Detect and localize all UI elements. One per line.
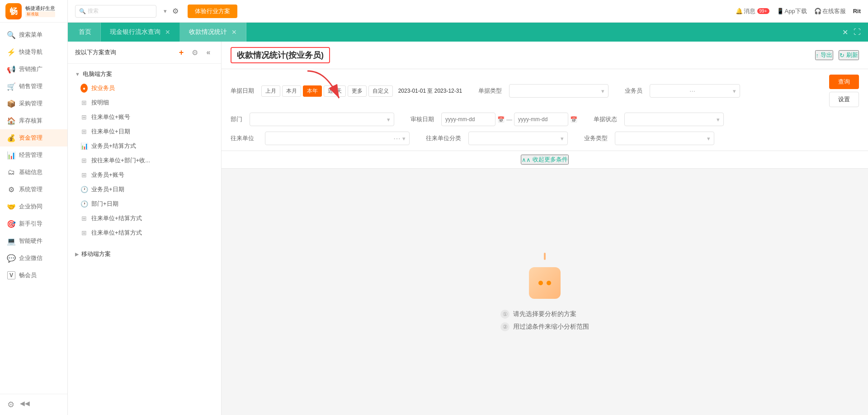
desktop-arrow-icon: ▼	[75, 71, 80, 77]
tab-bank[interactable]: 现金银行流水查询 ✕	[101, 23, 180, 42]
step-2-num: ②	[500, 322, 509, 331]
sidebar-item-hardware[interactable]: 💻 智能硬件	[0, 232, 67, 250]
partner-select[interactable]: ⋯ ▾	[265, 132, 410, 145]
filter-row-1: 单据日期 上月 本月 本年 近7天 更多 自定义 2023-01-01 至 20…	[231, 75, 859, 107]
sidebar-item-operations[interactable]: 📊 经营管理	[0, 146, 67, 164]
partner-settlement1-icon: ⊞	[80, 215, 88, 222]
system-icon: ⚙	[7, 185, 15, 193]
step-1-num: ①	[500, 310, 509, 319]
panel-item-by-detail[interactable]: ⊞ 按明细	[68, 95, 221, 110]
collapse-btn[interactable]: ∧∧ 收起更多条件	[521, 155, 569, 165]
panel-item-salesperson-date[interactable]: 🕐 业务员+日期	[68, 182, 221, 197]
partner-category-select[interactable]: ▾	[468, 132, 568, 145]
online-service[interactable]: 🎧 在线客服	[814, 7, 846, 15]
date-btn-more[interactable]: 更多	[348, 85, 367, 97]
date-btn-group: 上月 本月 本年 近7天 更多 自定义 2023-01-01 至 2023-12…	[261, 85, 462, 97]
member-icon: V	[7, 271, 15, 279]
left-panel-actions: + ⚙ «	[176, 47, 214, 58]
topbar-gear-icon[interactable]: ⚙	[172, 7, 179, 15]
partner-dots-icon[interactable]: ⋯	[393, 134, 401, 143]
sidebar-footer: ⚙ ◀◀	[0, 394, 67, 415]
user-name[interactable]: Rit	[853, 8, 861, 14]
panel-collapse-btn[interactable]: «	[203, 47, 214, 58]
audit-date-to-input[interactable]	[514, 113, 568, 126]
quicknav-icon: ⚡	[7, 48, 15, 56]
app-download[interactable]: 📱 App下载	[777, 7, 807, 15]
panel-item-partner-account[interactable]: ⊞ 往来单位+账号	[68, 110, 221, 124]
panel-mobile-section: ▶ 移动端方案	[68, 244, 221, 264]
date-label: 单据日期	[231, 87, 254, 95]
sidebar-item-basic[interactable]: 🗂 基础信息	[0, 164, 67, 181]
panel-item-salesperson-account[interactable]: ⊞ 业务员+账号	[68, 168, 221, 182]
tab-bank-close[interactable]: ✕	[165, 28, 170, 36]
add-scheme-btn[interactable]: +	[176, 47, 187, 58]
sidebar-item-purchase[interactable]: 📦 采购管理	[0, 95, 67, 112]
left-panel-title: 按以下方案查询	[75, 48, 116, 57]
sidebar-item-marketing[interactable]: 📢 营销推广	[0, 61, 67, 78]
panel-desktop-toggle[interactable]: ▼ 电脑端方案	[68, 67, 221, 81]
sidebar-item-system[interactable]: ⚙ 系统管理	[0, 181, 67, 198]
empty-illustration	[529, 253, 561, 299]
panel-item-salesperson-settlement[interactable]: 📊 业务员+结算方式	[68, 139, 221, 153]
dept-select[interactable]: ▾	[250, 113, 394, 126]
refresh-btn[interactable]: ↻ 刷新	[839, 50, 859, 60]
panel-item-partner-settlement1[interactable]: ⊞ 往来单位+结算方式	[68, 211, 221, 226]
panel-item-partner-settlement2[interactable]: ⊞ 往来单位+结算方式	[68, 226, 221, 240]
tab-receipts[interactable]: 收款情况统计 ✕	[180, 23, 246, 42]
salesperson-settlement-icon: 📊	[80, 142, 88, 150]
scheme-settings-btn[interactable]: ⚙	[189, 47, 200, 58]
date-btn-this-month[interactable]: 本月	[282, 85, 301, 97]
date-btn-this-year[interactable]: 本年	[303, 85, 322, 97]
business-type-select[interactable]: ▾	[615, 132, 714, 145]
audit-date-from-cal-icon[interactable]: 📅	[497, 116, 505, 123]
panel-item-dept-date[interactable]: 🕐 部门+日期	[68, 197, 221, 211]
date-btn-7days[interactable]: 近7天	[324, 85, 346, 97]
query-btn[interactable]: 查询	[829, 75, 859, 89]
filter-settings-btn[interactable]: 设置	[829, 92, 859, 107]
sidebar-item-enterprise[interactable]: 🤝 企业协同	[0, 198, 67, 215]
sidebar-item-quicknav[interactable]: ⚡ 快捷导航	[0, 43, 67, 61]
tab-maximize-btn[interactable]: ⛶	[854, 28, 861, 36]
sidebar-item-funds[interactable]: 💰 资金管理	[0, 129, 67, 146]
notifications[interactable]: 🔔 消息 99+	[736, 7, 769, 15]
salesperson-label: 业务员	[625, 87, 642, 95]
detail-icon: ⊞	[80, 99, 88, 106]
panel-item-partner-date[interactable]: ⊞ 往来单位+日期	[68, 124, 221, 139]
filter-row-3: 往来单位 ⋯ ▾ 往来单位分类 ▾ 业务类型 ▾	[231, 132, 859, 145]
document-status-select[interactable]: ▾	[624, 113, 724, 126]
sidebar-item-inventory[interactable]: 🏠 库存核算	[0, 112, 67, 129]
topbar-search[interactable]: 🔍 搜索	[75, 5, 156, 18]
date-btn-custom[interactable]: 自定义	[368, 85, 393, 97]
topbar-dropdown[interactable]: ▾	[164, 8, 167, 14]
document-type-select[interactable]: ▾	[509, 84, 609, 98]
audit-date-to-cal-icon[interactable]: 📅	[570, 116, 577, 123]
tab-receipts-close[interactable]: ✕	[231, 28, 237, 36]
export-btn[interactable]: ↑ 导出	[815, 50, 834, 60]
partner-dept-icon: ⊞	[80, 157, 88, 164]
tab-home[interactable]: 首页	[68, 23, 101, 42]
date-btn-last-month[interactable]: 上月	[261, 85, 280, 97]
enterprise-icon: 🤝	[7, 203, 15, 211]
salesperson-account-icon: ⊞	[80, 171, 88, 179]
empty-steps: ① 请先选择要分析的方案 ② 用过滤条件来缩小分析范围	[500, 310, 589, 331]
sidebar-item-wechat[interactable]: 💬 企业微信	[0, 250, 67, 267]
refresh-icon: ↻	[840, 52, 844, 59]
trial-btn[interactable]: 体验行业方案	[188, 5, 237, 18]
logo-icon: 畅	[5, 3, 22, 19]
tab-close-btn[interactable]: ✕	[842, 28, 848, 37]
panel-mobile-toggle[interactable]: ▶ 移动端方案	[68, 247, 221, 261]
collapse-footer-icon[interactable]: ◀◀	[20, 400, 30, 410]
panel-item-partner-dept[interactable]: ⊞ 按往来单位+部门+收...	[68, 153, 221, 168]
sidebar-item-member[interactable]: V 畅会员	[0, 267, 67, 284]
salesperson-select[interactable]: ⋯ ▾	[650, 84, 740, 98]
document-type-label: 单据类型	[478, 87, 502, 95]
audit-date-from-input[interactable]	[441, 113, 495, 126]
document-status-label: 单据状态	[594, 115, 617, 123]
settings-footer-icon[interactable]: ⚙	[7, 400, 14, 410]
wechat-icon: 💬	[7, 254, 15, 262]
empty-step-2: ② 用过滤条件来缩小分析范围	[500, 322, 589, 331]
panel-item-by-salesperson[interactable]: ● 按业务员	[68, 81, 221, 95]
sidebar-item-newbie[interactable]: 🎯 新手引导	[0, 215, 67, 232]
sidebar-item-search[interactable]: 🔍 搜索菜单	[0, 26, 67, 43]
sidebar-item-sales[interactable]: 🛒 销售管理	[0, 78, 67, 95]
